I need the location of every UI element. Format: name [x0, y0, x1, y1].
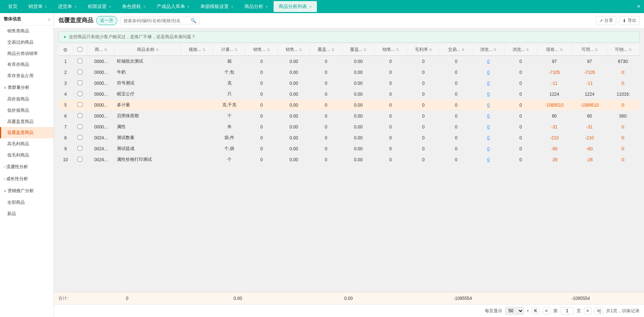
row-checkbox[interactable] — [73, 122, 87, 132]
next-page-button[interactable]: > — [584, 307, 592, 314]
row-browse1[interactable]: 0 — [472, 154, 505, 165]
column-stock-usable[interactable]: 可用... ⇅ — [572, 44, 607, 56]
row-browse1[interactable]: 0 — [472, 56, 505, 67]
column-unit[interactable]: 计量... ⇅ — [213, 44, 246, 56]
export-button[interactable]: ⬇ 导出 — [619, 16, 640, 25]
nav-tab-products[interactable]: 产成品入库单 × — [152, 1, 195, 12]
close-icon[interactable]: × — [309, 4, 311, 9]
page-number-input[interactable] — [561, 307, 574, 314]
nav-tab-templates[interactable]: 单据模板设置 × — [195, 1, 238, 12]
nav-tab-sales[interactable]: 销货单 × — [23, 1, 52, 12]
column-gross-margin[interactable]: 毛利率 ⇅ — [407, 44, 440, 56]
column-browse1[interactable]: 浏览... ⇅ — [472, 44, 505, 56]
last-page-button[interactable]: >| — [594, 307, 603, 314]
row-name: 测试数量 — [115, 132, 181, 143]
row-checkbox[interactable] — [73, 56, 87, 67]
row-browse1[interactable]: 0 — [472, 143, 505, 154]
first-page-button[interactable]: K — [532, 307, 540, 314]
sidebar-item-low-coverage[interactable]: 低覆盖度商品 — [0, 127, 54, 138]
table-row: 10 0024... 属性价格打印测试 个 0 0.00 0 0.00 0 0 … — [58, 154, 640, 165]
row-select-checkbox[interactable] — [78, 146, 82, 151]
row-browse1[interactable]: 0 — [472, 78, 505, 89]
prev-page-button[interactable]: < — [543, 307, 550, 314]
row-checkbox[interactable] — [73, 111, 87, 122]
sidebar-item-new-goods[interactable]: 新品 — [0, 208, 54, 219]
column-sale-qty[interactable]: 销售... ⇅ — [246, 44, 278, 56]
row-select-checkbox[interactable] — [78, 70, 82, 74]
row-select-checkbox[interactable] — [78, 124, 82, 129]
row-select-checkbox[interactable] — [78, 80, 82, 85]
sidebar-section-marketing[interactable]: ∨ 营销推广分析 — [0, 185, 54, 197]
row-select-checkbox[interactable] — [78, 91, 82, 96]
column-trade[interactable]: 交易... ⇅ — [440, 44, 472, 56]
sidebar-item-category-rate[interactable]: 商品分类动销率 — [0, 48, 54, 59]
row-checkbox[interactable] — [73, 143, 87, 154]
column-name[interactable]: 商品名称 ⇅ — [115, 44, 181, 56]
nav-tab-purchase[interactable]: 进货单 × — [53, 1, 82, 12]
column-stock-sale[interactable]: 可销... ⇅ — [607, 44, 640, 56]
sidebar-item-high-value[interactable]: 高价值商品 — [0, 94, 54, 105]
nav-tab-analysis-list[interactable]: 商品分析列表 × — [274, 1, 317, 12]
row-browse1[interactable]: 0 — [472, 67, 505, 78]
sidebar-item-stock-funds[interactable]: 库存资金占用 — [0, 70, 54, 82]
close-icon[interactable]: × — [143, 4, 145, 9]
nav-tab-roles[interactable]: 角色授权 × — [117, 1, 150, 12]
select-all-checkbox[interactable] — [78, 47, 82, 52]
sidebar-item-high-margin[interactable]: 高毛利商品 — [0, 138, 54, 150]
nav-tab-analysis[interactable]: 商品分析 × — [239, 1, 273, 12]
row-browse1[interactable]: 0 — [472, 122, 505, 132]
total-coverage2: 0.00 — [338, 296, 360, 301]
data-table-wrapper[interactable]: ⚙ 商... ⇅ 商品名称 ⇅ 规格... ⇅ 计量... ⇅ 销售... ⇅ … — [58, 44, 640, 292]
row-browse1[interactable]: 0 — [472, 89, 505, 100]
row-select-checkbox[interactable] — [78, 157, 82, 162]
row-checkbox[interactable] — [73, 100, 87, 111]
close-icon[interactable]: × — [109, 4, 111, 9]
nav-tab-permissions[interactable]: 权限设置 × — [83, 1, 116, 12]
search-input[interactable] — [123, 18, 189, 23]
row-select-checkbox[interactable] — [78, 102, 82, 107]
sidebar-section-growth[interactable]: › 成长性分析 — [0, 173, 54, 185]
nav-tab-home[interactable]: 首页 — [3, 1, 23, 12]
row-select-checkbox[interactable] — [78, 59, 82, 63]
sidebar-item-low-margin[interactable]: 低毛利商品 — [0, 150, 54, 161]
settings-icon[interactable]: ⚙ — [63, 47, 68, 53]
row-sale-amount: 0.00 — [278, 132, 310, 143]
row-checkbox[interactable] — [73, 154, 87, 165]
filter-period-button[interactable]: 近一月 — [96, 16, 117, 25]
column-sale-amount[interactable]: 销售... ⇅ — [278, 44, 310, 56]
sidebar-section-flow[interactable]: › 流通性分析 — [0, 161, 54, 173]
column-spec[interactable]: 规格... ⇅ — [181, 44, 213, 56]
sidebar-item-all-goods[interactable]: 全部商品 — [0, 197, 54, 208]
row-checkbox[interactable] — [73, 78, 87, 89]
column-stock-current[interactable]: 现有... ⇅ — [537, 44, 572, 56]
share-button[interactable]: ↗ 分享 — [596, 16, 616, 25]
column-coverage2[interactable]: 覆盖... ⇅ — [342, 44, 374, 56]
row-browse1[interactable]: 0 — [472, 132, 505, 143]
row-browse1[interactable]: 0 — [472, 111, 505, 122]
row-checkbox[interactable] — [73, 132, 87, 143]
sidebar-item-high-coverage[interactable]: 高覆盖度商品 — [0, 116, 54, 127]
column-gear[interactable]: ⚙ — [58, 44, 73, 56]
column-code[interactable]: 商... ⇅ — [87, 44, 114, 56]
column-sale-days[interactable]: 销售... ⇅ — [374, 44, 407, 56]
row-checkbox[interactable] — [73, 67, 87, 78]
sidebar-item-low-value[interactable]: 低价值商品 — [0, 105, 54, 116]
sidebar-section-cluster[interactable]: ∨ 类群量分析 — [0, 82, 54, 94]
close-icon[interactable]: × — [187, 4, 189, 9]
close-icon[interactable]: × — [266, 4, 268, 9]
row-browse1[interactable]: 0 — [472, 100, 505, 111]
sidebar-collapse-button[interactable]: « — [48, 16, 51, 22]
row-select-checkbox[interactable] — [78, 135, 82, 140]
row-select-checkbox[interactable] — [78, 113, 82, 118]
row-checkbox[interactable] — [73, 89, 87, 100]
sidebar-item-in-stock[interactable]: 有库存商品 — [0, 59, 54, 70]
close-icon[interactable]: × — [74, 4, 76, 9]
sidebar-item-traded-goods[interactable]: 交易过的商品 — [0, 37, 54, 48]
column-coverage1[interactable]: 覆盖... ⇅ — [310, 44, 342, 56]
close-icon[interactable]: × — [231, 4, 233, 9]
close-icon[interactable]: × — [45, 4, 47, 9]
column-browse2[interactable]: 浏览... ⇅ — [504, 44, 537, 56]
close-all-button[interactable]: × — [637, 3, 640, 10]
page-size-select[interactable]: 50 100 — [505, 307, 524, 315]
sidebar-item-sales-goods[interactable]: 销售类商品 — [0, 25, 54, 37]
